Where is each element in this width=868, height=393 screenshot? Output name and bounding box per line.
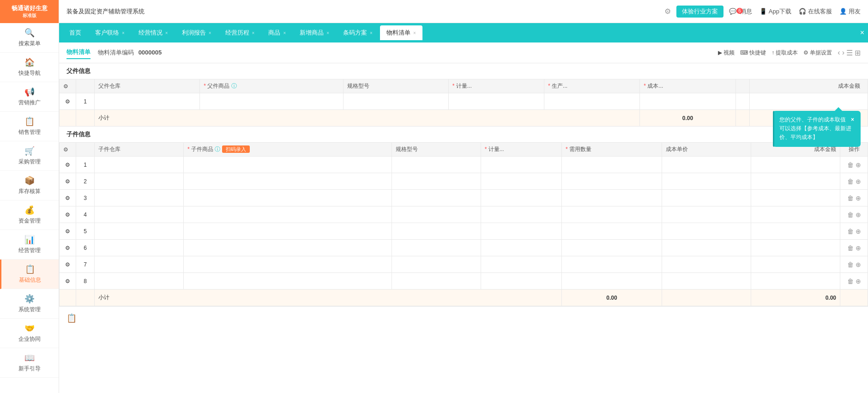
tab-profit-close[interactable]: × — [209, 30, 211, 36]
child-row-unit-cost[interactable] — [662, 190, 751, 206]
column-settings-icon[interactable]: ⚙ — [63, 83, 68, 90]
child-row-unit-cost[interactable] — [662, 273, 751, 290]
child-row-warehouse[interactable] — [95, 240, 184, 256]
parent-row-warehouse[interactable] — [95, 93, 200, 110]
child-row-qty[interactable] — [561, 157, 662, 173]
child-column-settings-icon[interactable]: ⚙ — [63, 146, 68, 153]
notification-button[interactable]: 💬 6 消息 — [729, 7, 752, 16]
sidebar-item-purchase[interactable]: 🛒 采购管理 — [0, 141, 59, 171]
child-row-unit[interactable] — [481, 240, 561, 256]
copy-icon[interactable]: ⊕ — [856, 244, 861, 252]
child-row-unit-cost[interactable] — [662, 173, 751, 190]
sidebar-item-quick-nav[interactable]: 🏠 快捷导航 — [0, 53, 59, 82]
child-row-spec[interactable] — [392, 190, 481, 206]
user-button[interactable]: 👤 用友 — [839, 7, 861, 16]
close-tab-panel-icon[interactable]: × — [860, 29, 864, 37]
sidebar-item-marketing[interactable]: 📢 营销推广 — [0, 82, 59, 112]
tab-goods-close[interactable]: × — [283, 30, 286, 36]
tab-home[interactable]: 首页 — [63, 25, 88, 40]
copy-icon[interactable]: ⊕ — [856, 228, 861, 235]
child-row-spec[interactable] — [392, 223, 481, 240]
tab-customers-close[interactable]: × — [122, 30, 125, 36]
sidebar-item-inventory[interactable]: 📦 库存核算 — [0, 171, 59, 200]
delete-icon[interactable]: 🗑 — [847, 228, 854, 235]
child-row-spec[interactable] — [392, 157, 481, 173]
tab-operations-close[interactable]: × — [165, 30, 168, 36]
single-settings-action[interactable]: ⚙ 单据设置 — [803, 49, 832, 57]
child-row-qty[interactable] — [561, 223, 662, 240]
child-row-qty[interactable] — [561, 273, 662, 290]
delete-icon[interactable]: 🗑 — [847, 261, 854, 268]
child-row-unit[interactable] — [481, 157, 561, 173]
tab-customers[interactable]: 客户联络 × — [89, 25, 131, 40]
child-row-unit[interactable] — [481, 190, 561, 206]
child-row-product[interactable] — [184, 173, 392, 190]
child-row-unit-cost[interactable] — [662, 206, 751, 223]
tab-bom-close[interactable]: × — [413, 30, 416, 36]
child-row-unit[interactable] — [481, 206, 561, 223]
bottom-doc-icon[interactable]: 📋 — [66, 313, 77, 323]
delete-icon[interactable]: 🗑 — [847, 244, 854, 252]
shortcut-action[interactable]: ⌨ 快捷键 — [740, 49, 766, 57]
child-row-spec[interactable] — [392, 273, 481, 290]
delete-icon[interactable]: 🗑 — [847, 178, 854, 185]
child-row-product[interactable] — [184, 256, 392, 273]
next-icon[interactable]: › — [842, 48, 844, 57]
tab-new-goods-close[interactable]: × — [326, 30, 329, 36]
child-row-unit-cost[interactable] — [662, 157, 751, 173]
delete-icon[interactable]: 🗑 — [847, 161, 854, 169]
settings-gear-icon[interactable]: ⚙ — [664, 7, 671, 16]
sub-tab-bom-list[interactable]: 物料清单 — [66, 46, 90, 59]
child-row-warehouse[interactable] — [95, 206, 184, 223]
child-row-qty[interactable] — [561, 173, 662, 190]
child-row-spec[interactable] — [392, 206, 481, 223]
parent-row-product[interactable] — [200, 93, 343, 110]
online-service-button[interactable]: 🎧 在线客服 — [799, 7, 832, 16]
scan-button[interactable]: 扫码录入 — [222, 145, 250, 153]
child-row-spec[interactable] — [392, 173, 481, 190]
view-action[interactable]: ▶ 视频 — [718, 49, 735, 57]
child-row-warehouse[interactable] — [95, 273, 184, 290]
extract-cost-action[interactable]: ↑ 提取成本 — [772, 49, 798, 57]
child-row-spec[interactable] — [392, 256, 481, 273]
child-row-unit-cost[interactable] — [662, 240, 751, 256]
sidebar-item-system[interactable]: ⚙️ 系统管理 — [0, 289, 59, 319]
tab-history[interactable]: 经营历程 × — [219, 25, 261, 40]
child-row-warehouse[interactable] — [95, 223, 184, 240]
tab-barcode[interactable]: 条码方案 × — [337, 25, 379, 40]
child-row-qty[interactable] — [561, 206, 662, 223]
child-row-warehouse[interactable] — [95, 190, 184, 206]
sidebar-item-enterprise[interactable]: 🤝 企业协同 — [0, 319, 59, 348]
parent-row-settings[interactable]: ⚙ — [60, 93, 76, 110]
child-row-warehouse[interactable] — [95, 256, 184, 273]
child-row-settings[interactable]: ⚙ — [60, 273, 76, 290]
child-row-settings[interactable]: ⚙ — [60, 223, 76, 240]
sidebar-item-finance[interactable]: 💰 资金管理 — [0, 200, 59, 230]
copy-icon[interactable]: ⊕ — [856, 194, 861, 202]
sidebar-item-basic-info[interactable]: 📋 基础信息 — [0, 260, 59, 289]
tab-history-close[interactable]: × — [252, 30, 255, 36]
parent-row-unit[interactable] — [448, 93, 544, 110]
tab-profit[interactable]: 利润报告 × — [175, 25, 218, 40]
child-row-product[interactable] — [184, 206, 392, 223]
sidebar-item-search[interactable]: 🔍 搜索菜单 — [0, 23, 59, 53]
child-row-product[interactable] — [184, 190, 392, 206]
child-row-unit-cost[interactable] — [662, 256, 751, 273]
copy-icon[interactable]: ⊕ — [856, 178, 861, 185]
tab-bom[interactable]: 物料清单 × — [380, 25, 422, 40]
tab-barcode-close[interactable]: × — [370, 30, 373, 36]
list-view-icon[interactable]: ☰ — [846, 48, 853, 57]
add-icon[interactable]: ⊞ — [855, 48, 861, 57]
child-row-product[interactable] — [184, 223, 392, 240]
parent-row-cost[interactable] — [640, 93, 735, 110]
child-row-unit[interactable] — [481, 256, 561, 273]
child-row-product[interactable] — [184, 157, 392, 173]
copy-icon[interactable]: ⊕ — [856, 161, 861, 169]
parent-row-spec[interactable] — [343, 93, 448, 110]
tab-goods[interactable]: 商品 × — [262, 25, 292, 40]
child-row-product[interactable] — [184, 273, 392, 290]
child-row-settings[interactable]: ⚙ — [60, 173, 76, 190]
sidebar-item-operations[interactable]: 📊 经营管理 — [0, 230, 59, 260]
child-row-qty[interactable] — [561, 190, 662, 206]
tab-operations[interactable]: 经营情况 × — [132, 25, 175, 40]
